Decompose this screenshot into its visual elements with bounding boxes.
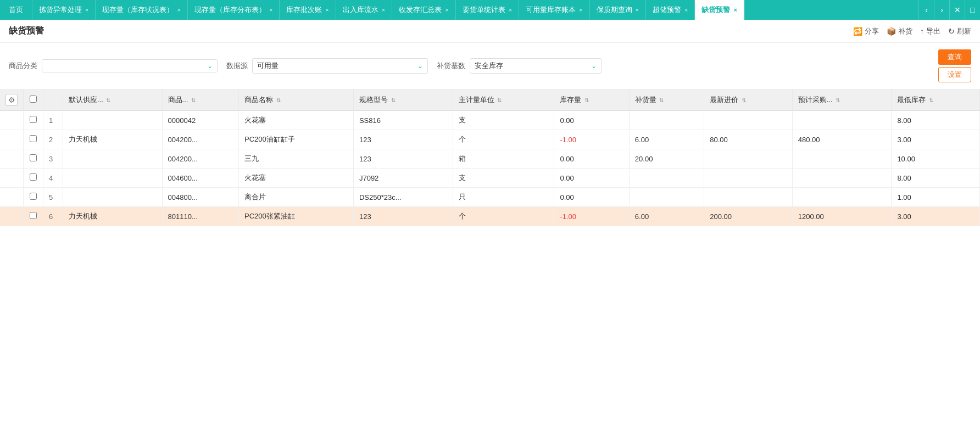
- row-checkbox-cell: [24, 130, 43, 149]
- tab-collect-summary[interactable]: 收发存汇总表 ×: [392, 0, 455, 20]
- export-btn[interactable]: ↑ 导出: [920, 26, 940, 36]
- row-product-name: PC200油缸缸子: [238, 130, 353, 149]
- row-supplier: 力天机械: [63, 207, 163, 226]
- settings-button[interactable]: 设置: [938, 67, 971, 82]
- refresh-label: 刷新: [957, 26, 971, 36]
- sort-spec-icon: ⇅: [391, 97, 396, 103]
- row-checkbox-3[interactable]: [30, 173, 37, 181]
- col-spec[interactable]: 规格型号 ⇅: [353, 89, 453, 111]
- tab-close-abnormal[interactable]: ×: [85, 7, 88, 13]
- row-gear-cell: [0, 149, 24, 169]
- col-est-purchase[interactable]: 预计采购... ⇅: [792, 89, 892, 111]
- col-product-name[interactable]: 商品名称 ⇅: [238, 89, 353, 111]
- replenish-select[interactable]: 安全库存 ⌄: [470, 58, 602, 74]
- col-supplier[interactable]: 默认供应... ⇅: [63, 89, 163, 111]
- sort-replenish-qty-icon: ⇅: [659, 97, 664, 103]
- tab-close-expiry-query[interactable]: ×: [636, 7, 639, 13]
- replenish-btn[interactable]: 📦 补货: [887, 26, 912, 36]
- sort-unit-icon: ⇅: [497, 97, 502, 103]
- tab-close-available-ledger[interactable]: ×: [579, 7, 582, 13]
- tab-inout-flow[interactable]: 出入库流水 ×: [336, 0, 392, 20]
- tab-available-ledger[interactable]: 可用量库存账本 ×: [519, 0, 589, 20]
- tab-close-inventory-status[interactable]: ×: [177, 7, 180, 13]
- tab-expiry-query[interactable]: 保质期查询 ×: [590, 0, 646, 20]
- row-min-stock: 1.00: [892, 188, 980, 207]
- row-min-stock: 3.00: [892, 130, 980, 149]
- row-num: 1: [43, 111, 63, 130]
- tab-label-shortage: 缺货预警: [701, 5, 730, 15]
- sort-product-code-icon: ⇅: [191, 97, 196, 103]
- table-row: 4 004600... 火花塞 J7092 支 0.00 8.00: [0, 169, 980, 188]
- tab-inventory-status[interactable]: 现存量（库存状况表） ×: [96, 0, 187, 20]
- export-label: 导出: [926, 26, 940, 36]
- row-product-code: 004200...: [162, 130, 238, 149]
- home-tab-label: 首页: [9, 5, 23, 15]
- col-min-stock[interactable]: 最低库存 ⇅: [892, 89, 980, 111]
- tab-fullscreen-btn[interactable]: □: [965, 0, 980, 20]
- row-stock: -1.00: [554, 130, 629, 149]
- sort-supplier-icon: ⇅: [106, 97, 110, 103]
- row-checkbox-5[interactable]: [30, 212, 37, 219]
- table-row: 1 0000042 火花塞 SS816 支 0.00 8.00: [0, 111, 980, 130]
- tab-close-demand-stat[interactable]: ×: [509, 7, 512, 13]
- tab-next-btn[interactable]: ›: [934, 0, 949, 20]
- tab-shortage[interactable]: 缺货预警 ×: [695, 0, 744, 20]
- row-checkbox-1[interactable]: [30, 135, 37, 142]
- tab-prev-btn[interactable]: ‹: [918, 0, 934, 20]
- refresh-btn[interactable]: ↻ 刷新: [948, 26, 971, 36]
- tab-batch-account[interactable]: 库存批次账 ×: [280, 0, 336, 20]
- row-latest-price: [704, 188, 793, 207]
- table-header-row: ⚙ 默认供应... ⇅ 商品... ⇅: [0, 89, 980, 111]
- datasource-filter-group: 数据源 可用量 ⌄: [226, 58, 428, 74]
- tab-demand-stat[interactable]: 要货单统计表 ×: [456, 0, 519, 20]
- row-checkbox-4[interactable]: [30, 193, 37, 200]
- row-checkbox-2[interactable]: [30, 154, 37, 161]
- select-all-checkbox[interactable]: [30, 96, 37, 103]
- row-est-purchase: [792, 188, 892, 207]
- row-checkbox-0[interactable]: [30, 116, 37, 123]
- tab-abnormal[interactable]: 拣货异常处理 ×: [32, 0, 96, 20]
- datasource-select[interactable]: 可用量 ⌄: [252, 58, 428, 74]
- tab-label-inventory-status: 现存量（库存状况表）: [102, 5, 174, 15]
- tab-close-batch-account[interactable]: ×: [325, 7, 328, 13]
- query-button[interactable]: 查询: [938, 49, 971, 65]
- column-settings-btn[interactable]: ⚙: [5, 94, 18, 106]
- row-spec: DS250*23c...: [353, 188, 453, 207]
- row-latest-price: [704, 149, 793, 169]
- sort-product-name-icon: ⇅: [276, 97, 281, 103]
- tab-label-inventory-dist: 现存量（库存分布表）: [194, 5, 266, 15]
- col-replenish-qty[interactable]: 补货量 ⇅: [629, 89, 704, 111]
- tab-close-inout-flow[interactable]: ×: [382, 7, 385, 13]
- datasource-value: 可用量: [257, 61, 279, 71]
- col-min-stock-label: 最低库存: [897, 96, 926, 104]
- filter-bar: 商品分类 ⌄ 数据源 可用量 ⌄ 补货基数 安全库存 ⌄ 查询 设置: [0, 43, 980, 89]
- col-unit[interactable]: 主计量单位 ⇅: [453, 89, 554, 111]
- tab-close-shortage[interactable]: ×: [733, 7, 737, 13]
- datasource-label: 数据源: [226, 61, 248, 71]
- share-btn[interactable]: 🔁 分享: [853, 26, 879, 36]
- row-num: 6: [43, 207, 63, 226]
- col-stock[interactable]: 库存量 ⇅: [554, 89, 629, 111]
- category-filter-group: 商品分类 ⌄: [9, 59, 218, 72]
- col-product-code[interactable]: 商品... ⇅: [162, 89, 238, 111]
- datasource-chevron-icon: ⌄: [417, 62, 423, 70]
- tab-inventory-dist[interactable]: 现存量（库存分布表） ×: [188, 0, 280, 20]
- row-checkbox-cell: [24, 188, 43, 207]
- row-num: 5: [43, 188, 63, 207]
- table-row: 6 力天机械 801110... PC200张紧油缸 123 个 -1.00 6…: [0, 207, 980, 226]
- tab-overstock[interactable]: 超储预警 ×: [646, 0, 695, 20]
- tab-close-btn[interactable]: ✕: [949, 0, 965, 20]
- row-stock: -1.00: [554, 207, 629, 226]
- replenish-label: 补货: [898, 26, 912, 36]
- replenish-label: 补货基数: [437, 61, 465, 71]
- tab-nav-buttons: ‹ › ✕ □: [918, 0, 980, 20]
- category-select[interactable]: ⌄: [42, 59, 218, 72]
- tab-home[interactable]: 首页: [0, 0, 32, 20]
- tab-close-inventory-dist[interactable]: ×: [269, 7, 272, 13]
- col-latest-price[interactable]: 最新进价 ⇅: [704, 89, 793, 111]
- col-stock-label: 库存量: [560, 96, 581, 104]
- tab-close-collect-summary[interactable]: ×: [445, 7, 448, 13]
- row-latest-price: 200.00: [704, 207, 793, 226]
- row-stock: 0.00: [554, 149, 629, 169]
- tab-close-overstock[interactable]: ×: [684, 7, 688, 13]
